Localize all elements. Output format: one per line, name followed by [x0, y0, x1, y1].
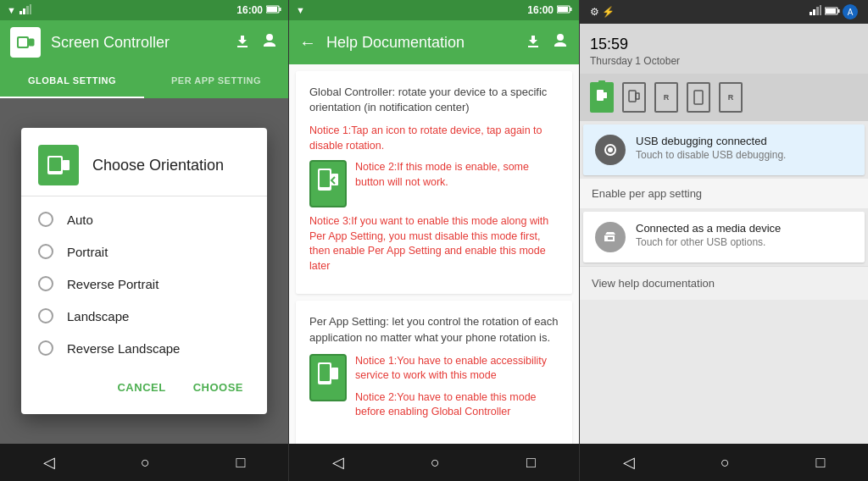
help-content: Global Controller: rotate your device to… [289, 64, 579, 444]
svg-rect-31 [629, 91, 636, 102]
svg-point-35 [608, 147, 613, 152]
view-help-link[interactable]: View help documentation [580, 266, 868, 300]
media-icon-circle [595, 222, 626, 252]
svg-rect-0 [19, 11, 22, 14]
dialog-logo [38, 145, 79, 185]
usb-icon-circle [595, 135, 626, 165]
android-icon-2: ▼ [296, 5, 305, 15]
usb-notif-subtitle: Touch to disable USB debugging. [636, 149, 786, 161]
person-icon-2[interactable] [552, 32, 569, 53]
battery-icon-1 [266, 4, 281, 16]
notice-1-1: Notice 1:Tap an icon to rotate device, t… [309, 124, 559, 153]
device-icons-row: R R [580, 74, 868, 121]
home-button-1[interactable]: ○ [124, 447, 167, 478]
svg-rect-32 [636, 93, 639, 99]
home-button-3[interactable]: ○ [704, 447, 747, 478]
global-section-title: Global Controller: rotate your device to… [309, 85, 559, 115]
usb-notif-title: USB debugging connected [636, 135, 786, 147]
panel-help-documentation: ▼ 16:00 ← Help Documentation Global Cont… [288, 0, 580, 481]
panel-content-1: Choose Orientation Auto Portrait Reverse… [0, 98, 288, 444]
usb-notif-icon: ⚙ [590, 6, 599, 18]
back-button-2[interactable]: ◁ [315, 446, 361, 478]
media-notif-subtitle: Touch for other USB options. [636, 236, 781, 248]
notif-time: 15:59 [580, 29, 868, 55]
person-icon-1[interactable] [261, 32, 278, 53]
back-icon-2[interactable]: ← [299, 33, 316, 53]
tabs-bar-1: GLOBAL SETTING PER APP SETTING [0, 64, 288, 98]
choose-button[interactable]: CHOOSE [183, 374, 253, 401]
svg-rect-2 [26, 6, 29, 14]
option-reverse-portrait[interactable]: Reverse Portrait [21, 268, 267, 300]
device-icon-outline-2 [687, 82, 710, 113]
android-icon: ▼ [7, 5, 16, 15]
back-button-1[interactable]: ◁ [26, 446, 72, 478]
svg-rect-21 [331, 368, 338, 379]
status-bar-2: ▼ 16:00 [289, 0, 579, 20]
notice-2-2: Notice 2:You have to enable this mode be… [355, 390, 559, 420]
label-reverse-portrait: Reverse Portrait [67, 277, 159, 291]
time-display-1: 16:00 [236, 4, 263, 16]
device-icon-r-1: R [654, 82, 678, 113]
app-bar-1: Screen Controller [0, 20, 288, 64]
svg-rect-27 [837, 9, 839, 13]
dialog-divider [21, 196, 267, 196]
tab-global-setting[interactable]: GLOBAL SETTING [0, 64, 144, 98]
download-icon-2[interactable] [525, 32, 542, 53]
option-auto[interactable]: Auto [21, 203, 267, 235]
radio-reverse-portrait[interactable] [38, 276, 53, 291]
option-landscape[interactable]: Landscape [21, 300, 267, 332]
svg-rect-25 [820, 5, 821, 15]
recent-button-3[interactable]: □ [798, 447, 842, 478]
notice-2-1: Notice 1:You have to enable accessibilit… [355, 354, 559, 384]
app-title-1: Screen Controller [51, 34, 224, 52]
notif-media-device[interactable]: Connected as a media device Touch for ot… [583, 212, 865, 263]
notif-usb-debugging[interactable]: USB debugging connected Touch to disable… [583, 124, 865, 175]
app-bar-2: ← Help Documentation [289, 20, 579, 64]
notice-block-1-2: Notice 2:If this mode is enable, some bu… [309, 160, 559, 207]
panel-notifications: ⚙ ⚡ A 15:59 Thursday 1 October R [580, 0, 868, 481]
option-portrait[interactable]: Portrait [21, 235, 267, 268]
time-date-area: 15:59 Thursday 1 October [580, 24, 868, 74]
notif-status-bar: ⚙ ⚡ A [580, 0, 868, 24]
tab-per-app-setting[interactable]: PER APP SETTING [144, 64, 288, 98]
radio-auto[interactable] [38, 212, 53, 227]
help-section-global: Global Controller: rotate your device to… [296, 71, 572, 294]
avatar-icon: A [843, 4, 858, 19]
dialog-actions: CANCEL CHOOSE [21, 364, 267, 414]
svg-rect-23 [813, 9, 815, 15]
media-notif-icon: ⚡ [602, 6, 615, 18]
time-display-2: 16:00 [527, 4, 554, 16]
recent-button-1[interactable]: □ [219, 447, 262, 478]
svg-rect-15 [558, 7, 568, 12]
svg-rect-11 [49, 158, 61, 171]
signal-icon [19, 4, 31, 16]
radio-reverse-landscape[interactable] [38, 340, 53, 356]
notice-1-3: Notice 3:If you want to enable this mode… [309, 214, 559, 274]
option-reverse-landscape[interactable]: Reverse Landscape [21, 332, 267, 364]
bottom-nav-2: ◁ ○ □ [289, 444, 579, 481]
help-section-per-app: Per App Setting: let you control the rot… [296, 301, 572, 444]
svg-rect-1 [23, 8, 25, 14]
radio-landscape[interactable] [38, 308, 53, 323]
svg-rect-28 [826, 8, 836, 14]
svg-rect-14 [570, 8, 572, 11]
cancel-button[interactable]: CANCEL [107, 374, 175, 401]
recent-button-2[interactable]: □ [509, 447, 553, 478]
home-button-2[interactable]: ○ [414, 447, 457, 478]
label-auto: Auto [67, 213, 93, 227]
svg-rect-9 [29, 39, 34, 46]
download-icon-1[interactable] [234, 32, 251, 53]
choose-orientation-dialog: Choose Orientation Auto Portrait Reverse… [21, 128, 267, 414]
radio-portrait[interactable] [38, 244, 53, 259]
device-img-2 [309, 354, 347, 401]
back-button-3[interactable]: ◁ [606, 446, 652, 478]
label-reverse-landscape: Reverse Landscape [67, 341, 180, 356]
svg-rect-6 [267, 7, 277, 12]
svg-rect-24 [816, 7, 819, 15]
panel-screen-controller: ▼ 16:00 Screen Controller [0, 0, 288, 481]
svg-rect-20 [320, 364, 330, 381]
svg-rect-12 [63, 160, 70, 170]
device-icon-active-1 [590, 82, 614, 113]
bottom-nav-3: ◁ ○ □ [580, 444, 868, 481]
notice-block-2-1: Notice 1:You have to enable accessibilit… [309, 354, 559, 427]
